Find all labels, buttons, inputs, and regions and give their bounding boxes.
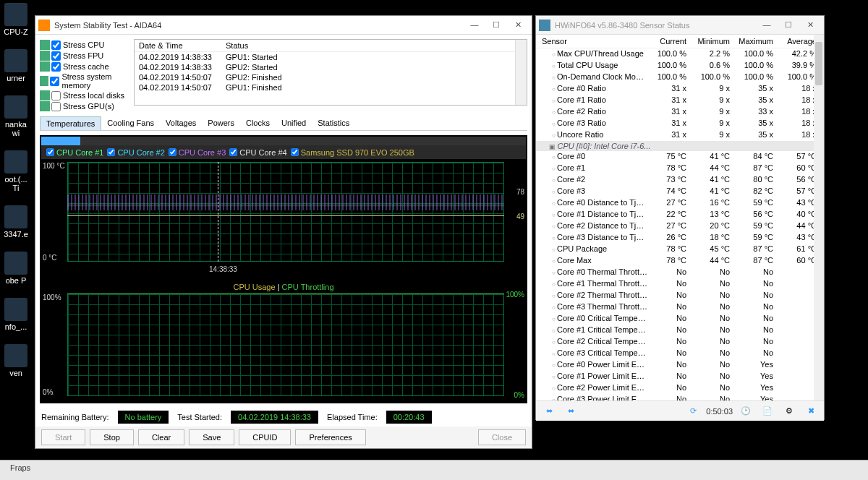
tab-temperatures[interactable]: Temperatures [40,116,101,130]
close-button[interactable]: Close [478,429,526,445]
stop-button[interactable]: Stop [90,429,134,445]
minimize-button[interactable]: — [756,18,778,33]
settings-icon[interactable]: ⚙ [780,403,798,420]
legend-core1-check[interactable] [46,148,54,155]
sensor-row[interactable]: Core #2 Power Limit Exc...NoNoYes [536,382,824,394]
stress-mem-check[interactable] [50,77,59,86]
stress-cpu-check[interactable] [51,40,61,50]
label: Stress FPU [63,51,103,60]
sensor-row[interactable]: Core #178 °C44 °C87 °C60 °C [536,163,824,174]
log-row[interactable]: 04.02.2019 14:38:33GPU1: Started [135,52,527,62]
start-button[interactable]: Start [41,429,85,445]
sensor-row[interactable]: Core #2 Critical Tempera...NoNoNo [536,336,824,348]
sensor-row[interactable]: Core Max78 °C44 °C87 °C60 °C [536,255,824,267]
sensor-row[interactable]: Core #1 Ratio31 x9 x35 x18 x [536,95,824,106]
y-min: 0% [43,388,53,396]
desktop-icon[interactable]: obe P [1,252,30,285]
battery-label: Remaining Battery: [41,413,109,421]
maximize-button[interactable]: ☐ [485,18,507,33]
close-button[interactable]: ✕ [799,18,821,33]
log-row[interactable]: 04.02.2019 14:38:33GPU2: Started [135,62,527,72]
sensor-row[interactable]: Core #0 Distance to TjMAX27 °C16 °C59 °C… [536,197,824,209]
sensor-group[interactable]: CPU [#0]: Intel Core i7-6... [536,141,824,151]
sensor-row[interactable]: Core #3 Thermal ThrottlingNoNoNo [536,301,824,313]
elapsed-value: 00:20:43 [386,411,432,424]
sensor-row[interactable]: Core #3 Power Limit Exc...NoNoYes [536,394,824,400]
collapse-icon[interactable]: ⬌ [562,403,579,420]
log-row[interactable]: 04.02.2019 14:50:07GPU1: Finished [135,82,527,93]
tab-statistics[interactable]: Statistics [312,116,355,130]
sensor-row[interactable]: CPU Package78 °C45 °C87 °C61 °C [536,244,824,255]
scrollbar[interactable] [814,35,824,400]
app-icon [539,20,550,31]
maximize-button[interactable]: ☐ [778,18,799,33]
sensor-row[interactable]: Core #2 Thermal ThrottlingNoNoNo [536,290,824,301]
col-status[interactable]: Status [226,41,248,50]
legend-core2-check[interactable] [108,148,115,155]
sensor-row[interactable]: Core #0 Ratio31 x9 x35 x18 x [536,83,824,95]
expand-icon[interactable]: ⬌ [540,403,558,420]
sensor-row[interactable]: Core #3 Critical Tempera...NoNoNo [536,348,824,359]
desktop-icon[interactable]: urner [1,49,30,82]
scrollbar[interactable] [515,40,527,105]
sensor-row[interactable]: Core #0 Power Limit Exc...NoNoYes [536,359,824,371]
stress-cache-check[interactable] [51,62,61,72]
legend-label: CPU Core #2 [117,148,164,157]
log-row[interactable]: 04.02.2019 14:50:07GPU2: Finished [135,72,527,82]
sensor-row[interactable]: Core #2 Ratio31 x9 x33 x18 x [536,106,824,118]
sensor-row[interactable]: Core #1 Thermal ThrottlingNoNoNo [536,278,824,290]
legend-core3-check[interactable] [169,148,176,155]
col-datetime[interactable]: Date & Time [139,41,226,50]
sensor-row[interactable]: Total CPU Usage100.0 %0.6 %100.0 %39.9 % [536,60,824,72]
tab-unified[interactable]: Unified [276,116,312,130]
sensor-row[interactable]: Core #2 Distance to TjMAX27 °C20 °C59 °C… [536,220,824,232]
taskbar[interactable]: Fraps [0,460,868,480]
titlebar[interactable]: HWiNFO64 v5.86-3480 Sensor Status — ☐ ✕ [536,16,824,35]
sensor-row[interactable]: Max CPU/Thread Usage100.0 %2.2 %100.0 %4… [536,48,824,60]
desktop-icon[interactable]: CPU-Z [1,3,30,36]
desktop-icon[interactable]: ven [1,344,30,377]
clear-button[interactable]: Clear [138,429,184,445]
legend-core4-check[interactable] [230,148,237,155]
close-icon[interactable]: ✖ [802,403,820,420]
clock-icon[interactable]: 🕑 [737,403,754,420]
r-max: 100% [506,291,524,299]
desktop-icon[interactable]: oot.(... Ti [1,150,30,192]
sensor-row[interactable]: Uncore Ratio31 x9 x35 x18 x [536,129,824,141]
window-title: HWiNFO64 v5.86-3480 Sensor Status [555,21,756,30]
sensor-row[interactable]: Core #3 Ratio31 x9 x35 x18 x [536,118,824,129]
sensor-row[interactable]: Core #374 °C41 °C82 °C57 °C [536,186,824,197]
legend-ssd-check[interactable] [291,148,298,155]
desktop-icons: CPU-Z urner nanka wi oot.(... Ti 3347.e … [0,0,33,480]
tab-cooling-fans[interactable]: Cooling Fans [101,116,160,130]
tab-powers[interactable]: Powers [202,116,240,130]
stress-fpu-check[interactable] [51,51,61,61]
preferences-button[interactable]: Preferences [295,429,365,445]
sensor-row[interactable]: Core #0 Thermal ThrottlingNoNoNo [536,267,824,278]
stress-gpu-check[interactable] [51,102,61,111]
minimize-button[interactable]: — [464,18,485,33]
sensor-row[interactable]: Core #273 °C41 °C80 °C56 °C [536,174,824,186]
log-icon[interactable]: 📄 [759,403,776,420]
cpuid-button[interactable]: CPUID [239,429,291,445]
sensor-row[interactable]: Core #3 Distance to TjMAX26 °C18 °C59 °C… [536,232,824,244]
sensor-row[interactable]: Core #1 Critical Tempera...NoNoNo [536,325,824,336]
tab-clocks[interactable]: Clocks [240,116,276,130]
refresh-icon[interactable]: ⟳ [684,403,702,420]
sensor-row[interactable]: Core #1 Distance to TjMAX22 °C13 °C56 °C… [536,209,824,220]
close-button[interactable]: ✕ [507,18,529,33]
save-button[interactable]: Save [189,429,234,445]
taskbar-item[interactable]: Fraps [4,462,36,473]
desktop-icon[interactable]: nfo_... [1,298,30,331]
desktop-icon[interactable]: nanka wi [1,95,30,137]
tab-voltages[interactable]: Voltages [160,116,202,130]
sensor-row[interactable]: On-Demand Clock Modula...100.0 %100.0 %1… [536,72,824,83]
desktop-icon[interactable]: 3347.e [1,205,30,239]
stress-disks-check[interactable] [51,91,61,100]
titlebar[interactable]: System Stability Test - AIDA64 — ☐ ✕ [35,16,532,35]
sensor-row[interactable]: Core #1 Power Limit Exc...NoNoYes [536,371,824,382]
sensor-row[interactable]: Core #075 °C41 °C84 °C57 °C [536,151,824,163]
table-header[interactable]: SensorCurrentMinimumMaximumAverage [536,35,824,48]
aida64-window: System Stability Test - AIDA64 — ☐ ✕ Str… [35,15,532,449]
sensor-row[interactable]: Core #0 Critical Tempera...NoNoNo [536,313,824,325]
